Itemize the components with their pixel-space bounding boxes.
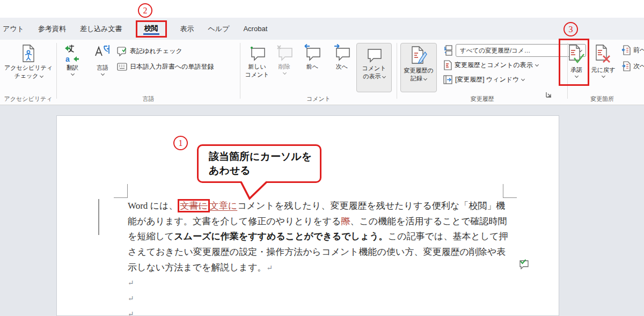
- accessibility-check-icon: [20, 44, 36, 63]
- previous-change-label: 前へ: [633, 46, 644, 55]
- accessibility-check-button[interactable]: アクセシビリティ チェック: [4, 43, 53, 79]
- doc-line[interactable]: を短縮してスムーズに作業をすすめることができるでしょう。この記事では、基本として…: [128, 229, 512, 245]
- delete-comment-icon: [275, 44, 294, 62]
- new-comment-button[interactable]: 新しい コメント: [243, 43, 271, 78]
- annotation-box-deleted-text: 文書に: [178, 199, 209, 212]
- consistency-check-icon: [117, 46, 127, 56]
- track-changes-label-1: 変更履歴の: [404, 67, 433, 74]
- group-accessibility: アクセシビリティ チェック アクセシビリティ: [0, 40, 56, 105]
- consistency-check-button[interactable]: 表記ゆれチェック: [117, 46, 182, 56]
- show-markup-button[interactable]: 変更履歴とコメントの表示: [443, 60, 538, 70]
- annotation-step-3: 3: [564, 22, 578, 36]
- new-comment-label-2: コメント: [245, 71, 269, 78]
- group-changes: 承諾 元に戻す 前へ: [568, 40, 644, 105]
- doc-segment: 能があります。文書を介して修正のやりとりをする: [128, 216, 341, 226]
- translate-icon: a: [64, 44, 81, 63]
- annotation-step-2: 2: [138, 3, 152, 18]
- next-change-button[interactable]: 次へ: [621, 61, 644, 71]
- next-change-icon: [621, 61, 631, 71]
- show-markup-icon: [443, 60, 452, 70]
- accept-button[interactable]: 承諾: [562, 43, 590, 77]
- keyboard-icon: [117, 63, 127, 71]
- tab-review-active[interactable]: 校閲: [136, 20, 167, 38]
- chevron-down-icon: [601, 74, 605, 78]
- doc-line[interactable]: ↵: [128, 306, 512, 316]
- next-comment-icon: [333, 44, 351, 62]
- translate-button[interactable]: a 翻訳: [60, 43, 85, 75]
- doc-segment: コメントを残したり、変更履歴を残せたりする便利な「校閲」機: [237, 201, 505, 211]
- group-tracking: 変更履歴の 記録 すべての変更履歴/コメ… 変更履歴: [397, 40, 567, 105]
- doc-segment: さえておきたい変更履歴の設定・操作方法からコメント機能の使い方、変更履歴の削除や…: [128, 247, 506, 257]
- annotation-step-1: 1: [173, 136, 188, 150]
- language-label: 言語: [97, 64, 108, 71]
- reviewing-pane-icon: [443, 75, 452, 84]
- show-comments-label-1: コメント: [362, 65, 386, 72]
- tab-help[interactable]: ヘルプ: [208, 23, 230, 35]
- track-changes-label-2: 記録: [411, 75, 427, 82]
- next-comment-button[interactable]: 次へ: [330, 43, 354, 70]
- reviewing-pane-button[interactable]: [変更履歴] ウィンドウ: [443, 75, 524, 84]
- doc-line[interactable]: 示しない方法までを解説します。↵: [128, 260, 512, 276]
- dict-register-button[interactable]: 日本語入力辞書への単語登録: [117, 62, 214, 71]
- previous-comment-label: 前へ: [306, 63, 318, 70]
- chevron-down-icon: [521, 77, 525, 81]
- doc-line[interactable]: Word には、文書に文章にコメントを残したり、変更履歴を残せたりする便利な「校…: [128, 199, 512, 214]
- doc-segment: この記事では、基本として押: [388, 231, 508, 241]
- doc-line[interactable]: 能があります。文書を介して修正のやりとりをする際、この機能を活用することで確認時…: [128, 214, 512, 230]
- doc-line[interactable]: ↵: [128, 275, 512, 291]
- show-comments-icon: [365, 46, 383, 64]
- tab-acrobat[interactable]: Acrobat: [243, 24, 268, 34]
- group-label-changes: 変更箇所: [568, 95, 644, 103]
- tab-references[interactable]: 参考資料: [38, 23, 67, 35]
- doc-segment-del: 文書に: [180, 201, 207, 211]
- previous-comment-icon: [303, 44, 321, 62]
- changed-line-indicator: [98, 199, 99, 235]
- show-comments-button[interactable]: コメント の表示: [356, 43, 392, 92]
- previous-change-icon: [621, 45, 631, 55]
- doc-segment: 、この機能を活用することで確認時間: [350, 216, 507, 226]
- delete-comment-button[interactable]: 削除: [273, 43, 296, 74]
- previous-comment-button[interactable]: 前へ: [301, 43, 324, 70]
- chevron-down-icon: [382, 75, 386, 78]
- tab-view[interactable]: 表示: [180, 23, 195, 35]
- reject-change-icon: [595, 44, 612, 65]
- svg-text:a: a: [65, 55, 70, 63]
- display-for-review-value: すべての変更履歴/コメ…: [460, 47, 530, 55]
- track-changes-icon: [410, 46, 427, 66]
- show-comments-label-2: の表示: [363, 73, 385, 80]
- doc-segment: 示しない方法までを解説します。: [128, 262, 267, 273]
- group-label-tracking: 変更履歴: [397, 95, 567, 103]
- tab-review-label: 校閲: [144, 24, 158, 32]
- accessibility-check-label-2: チェック: [14, 72, 42, 79]
- group-label-comments: コメント: [240, 95, 397, 103]
- document-page[interactable]: Word には、文書に文章にコメントを残したり、変更履歴を残せたりする便利な「校…: [56, 115, 559, 316]
- callout-tail: [237, 181, 270, 200]
- language-icon: [94, 44, 111, 63]
- doc-line[interactable]: さえておきたい変更履歴の設定・操作方法からコメント機能の使い方、変更履歴の削除や…: [128, 245, 512, 260]
- chevron-down-icon: [535, 63, 539, 67]
- consistency-check-label: 表記ゆれチェック: [130, 47, 182, 56]
- reject-button[interactable]: 元に戻す: [590, 43, 616, 77]
- track-changes-button[interactable]: 変更履歴の 記録: [400, 43, 437, 92]
- tab-mailings[interactable]: 差し込み文書: [79, 23, 123, 35]
- doc-line[interactable]: ↵: [128, 291, 512, 306]
- document-area: Word には、文書に文章にコメントを残したり、変更履歴を残せたりする便利な「校…: [0, 105, 644, 316]
- group-comments: 新しい コメント 削除 前へ: [240, 40, 397, 105]
- doc-segment: を短縮して: [128, 231, 174, 241]
- previous-change-button[interactable]: 前へ: [621, 45, 644, 55]
- accept-change-icon: [568, 44, 585, 65]
- tab-layout[interactable]: アウト: [2, 23, 25, 35]
- chevron-down-icon: [282, 71, 286, 75]
- reject-label: 元に戻す: [591, 67, 616, 74]
- chevron-down-icon: [574, 74, 578, 78]
- doc-segment-del: 際: [341, 216, 350, 226]
- dialog-launcher-icon[interactable]: [545, 91, 552, 98]
- group-label-accessibility: アクセシビリティ: [0, 95, 56, 103]
- document-text: Word には、文書に文章にコメントを残したり、変更履歴を残せたりする便利な「校…: [128, 199, 512, 316]
- chevron-down-icon: [70, 72, 74, 76]
- resolved-comment-icon[interactable]: [517, 258, 530, 269]
- doc-segment-mark: ↵: [267, 264, 273, 272]
- menu-bar: アウト 参考資料 差し込み文書 校閲 表示 ヘルプ Acrobat: [0, 18, 644, 40]
- language-button[interactable]: 言語: [90, 43, 115, 75]
- chevron-down-icon: [100, 72, 104, 76]
